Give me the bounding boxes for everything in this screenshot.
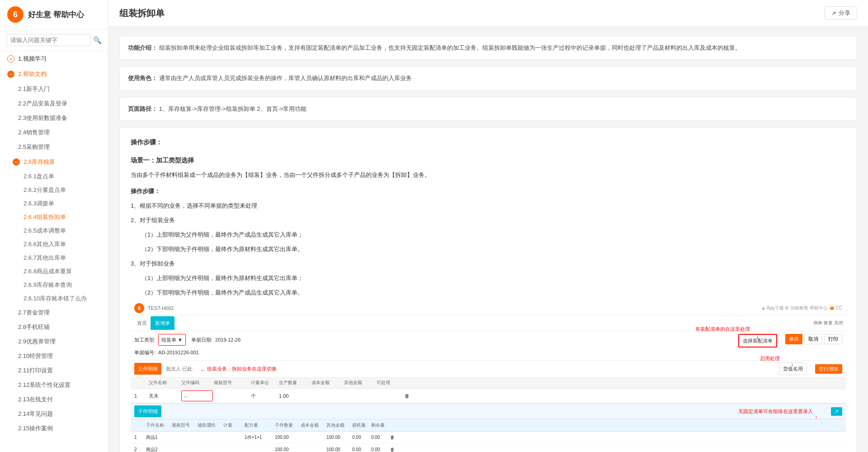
sidebar-item-purchase[interactable]: 2.5采购管理 xyxy=(0,140,108,154)
mock-date-value: 2019-12-26 xyxy=(215,335,241,345)
mock-annotation-area: 选择装配清单 有装配清单的在这里处理 ↓ xyxy=(738,334,777,347)
step3-2: （2）下部明细为子件明细，最终作为产成品生成其它入库单。 xyxy=(131,287,846,299)
share-button[interactable]: ↗ 分享 xyxy=(825,6,857,20)
logo-area: 6 好生意 帮助中心 xyxy=(0,0,108,29)
sidebar-item-cost[interactable]: 2.6.5成本调整单 xyxy=(0,224,108,238)
annotation4-text: 无固定清单可在组络在这里置录入 xyxy=(738,409,813,414)
sidebar-item-costcalc[interactable]: 2.6.8商品成本重算 xyxy=(0,265,108,278)
sidebar-label-videos: 1.视频学习 xyxy=(18,55,47,63)
ops-steps-title: 操作步骤： xyxy=(131,186,846,197)
share-label: 分享 xyxy=(839,9,850,17)
mock-no-value: AD-20191226-001 xyxy=(158,347,199,357)
main-content: 功能介绍： 组装拆卸单用来处理企业组装或拆卸等加工业务，支持有固定装配清单的产品… xyxy=(108,27,868,452)
sidebar-item-install[interactable]: 2.2产品安装及登录 xyxy=(0,96,108,111)
mock-screenshot: 6 TEST-H002 ▲ App下载 ⚙ 功能检查 帮助中心 🐱 CC 首页 … xyxy=(131,301,846,452)
sidebar-item-assembly[interactable]: 2.6.4组装拆卸单 xyxy=(0,210,108,224)
inventory-subitems: 2.6.1盘点单 2.6.2分量盘点单 2.6.3调拨单 2.6.4组装拆卸单 … xyxy=(0,170,108,305)
step2-2: （2）下部明细为子件明细，最终作为原材料生成其它出库单。 xyxy=(131,243,846,255)
sidebar-item-payment[interactable]: 2.13在线支付 xyxy=(0,392,108,407)
mock-upper-label: 父件明细 xyxy=(134,363,161,375)
sidebar-item-coupon[interactable]: 2.9优惠券管理 xyxy=(0,334,108,349)
mock-type-select: 组装单 ▼ xyxy=(158,334,186,346)
mock-upper-label-row: 父件明细 批次人 已处: 组装业务、拆卸业务在这里切换 ← 货值名用 xyxy=(131,361,846,377)
sidebar-item-cases[interactable]: 2.15操作案例 xyxy=(0,421,108,436)
mock-lower-label: 子件明细 xyxy=(134,405,161,417)
sidebar-item-partial[interactable]: 2.6.2分量盘点单 xyxy=(0,183,108,197)
role-text: 通常由生产人员或库管人员完成拆装业务的操作，库管人员确认原材料的出库和产成品的入… xyxy=(159,75,412,81)
annotation3-text: 启用处理 xyxy=(760,353,780,363)
sidebar-item-videos[interactable]: + 1.视频学习 xyxy=(0,51,108,67)
sidebar-label-docs: 2.帮助文档 xyxy=(18,70,47,78)
mock-lower-row2: 2 商品2 100.00 100.00 0.00 0.00 🗑 xyxy=(131,444,846,452)
sidebar-item-print[interactable]: 2.11打印设置 xyxy=(0,363,108,378)
annotation3-container: 货值名用 启用处理 ↓ xyxy=(779,362,807,375)
mock-date-label: 单据日期: xyxy=(191,335,212,345)
mock-company: TEST-H002 xyxy=(148,303,174,313)
sidebar-item-inventory[interactable]: − 2.6库存核算 xyxy=(0,154,108,170)
sidebar: 6 好生意 帮助中心 🔍 + 1.视频学习 − 2.帮助文档 2.1新手入门 2… xyxy=(0,0,108,452)
step1: 1、根据不同的业务，选择不同单据的类型来处理 xyxy=(131,200,846,212)
annotation3-arrow: ↓ xyxy=(791,359,793,370)
sidebar-item-query[interactable]: 2.6.9库存账本查询 xyxy=(0,278,108,292)
sidebar-item-out[interactable]: 2.6.7其他出库单 xyxy=(0,251,108,265)
share-icon: ↗ xyxy=(831,10,836,17)
annotation4-arrow: ↑ xyxy=(815,412,817,423)
annotation4-container: 无固定清单可在组络在这里置录入 ↑ xyxy=(738,406,813,416)
mock-lower-row1: 1 商品1 1件+1+1 100.00 100.00 0.00 0.00 🗑 xyxy=(131,432,846,444)
annotation2-text: 组装业务、拆卸业务在这里切换 xyxy=(207,366,277,371)
step3-1: （1）上部明细为父件明细，最终作为原材料生成其它出库单； xyxy=(131,272,846,284)
logo-text: 好生意 帮助中心 xyxy=(28,10,84,20)
expand-icon-docs: − xyxy=(7,71,14,78)
mock-lower-table: 子件名称 规格型号 辅助属性 计量 配方量 子件数量 成本金额 其他金额 损耗量… xyxy=(131,419,846,452)
mock-form-left: 加工类型: 组装单 ▼ 单据日期: 2019-12-26 单据编号: AD-20… xyxy=(134,334,241,357)
search-box: 🔍 xyxy=(0,29,108,51)
main-area: 组装拆卸单 ↗ 分享 功能介绍： 组装拆卸单用来处理企业组装或拆卸等加工业务，支… xyxy=(108,0,868,452)
sidebar-item-mobile[interactable]: 2.8手机旺辅 xyxy=(0,320,108,334)
mock-save-btn[interactable]: 保存 xyxy=(785,334,802,344)
mock-add-sub-row-btn[interactable]: ↗ xyxy=(831,407,842,416)
mock-action-btns: 保存 取消 打印 xyxy=(785,334,842,344)
sidebar-item-ops[interactable]: 2.10经营管理 xyxy=(0,349,108,363)
sidebar-item-finance[interactable]: 2.7资金管理 xyxy=(0,305,108,320)
scenario1-title: 场景一：加工类型选择 xyxy=(131,154,846,167)
mock-add-row-btn[interactable]: 空行增加 xyxy=(815,364,842,374)
expand-icon-videos: + xyxy=(7,55,14,62)
scenario1-desc: 当由多个子件材料组装成一个成品的业务为【组装】业务，当由一个父件拆分成多个子产品… xyxy=(131,169,846,181)
annotation2-container: 组装业务、拆卸业务在这里切换 ← xyxy=(207,364,277,374)
mock-lower-header: 子件名称 规格型号 辅助属性 计量 配方量 子件数量 成本金额 其他金额 损耗量… xyxy=(131,419,846,432)
mock-type-label: 加工类型: xyxy=(134,335,156,345)
sidebar-item-error[interactable]: 2.6.10库存账本错了么办 xyxy=(0,292,108,305)
path-text: 1、库存核算->库存管理->组装拆卸单 2、首页->常用功能 xyxy=(159,105,307,112)
sidebar-item-faq[interactable]: 2.14常见问题 xyxy=(0,407,108,421)
sidebar-item-settings[interactable]: 2.12系统个性化设置 xyxy=(0,378,108,392)
path-label: 页面路径： xyxy=(128,105,157,112)
nav-section: + 1.视频学习 − 2.帮助文档 2.1新手入门 2.2产品安装及登录 2.3… xyxy=(0,51,108,436)
intro-label: 功能介绍： xyxy=(128,44,157,51)
mock-app-header: 6 TEST-H002 ▲ App下载 ⚙ 功能检查 帮助中心 🐱 CC xyxy=(131,301,846,315)
mock-tab-active: 新增单 xyxy=(151,316,175,330)
mock-num-label: 批次人 已处: xyxy=(166,364,193,374)
sidebar-item-sales[interactable]: 2.4销售管理 xyxy=(0,125,108,140)
step2: 2、对于组装业务 xyxy=(131,214,846,226)
mock-upper-table: 父件名称 父件编码 规格型号 计量单位 生产数量 成本金额 其他金额 可处理 1 xyxy=(131,377,846,403)
mock-nav-home: 首页 xyxy=(133,316,151,330)
mock-lower-label-row: 子件明细 无固定清单可在组络在这里置录入 ↑ ↗ xyxy=(131,403,846,419)
sidebar-item-data[interactable]: 2.3使用前数据准备 xyxy=(0,111,108,125)
role-block: 使用角色： 通常由生产人员或库管人员完成拆装业务的操作，库管人员确认原材料的出库… xyxy=(119,66,857,90)
step3: 3、对于拆卸业务 xyxy=(131,258,846,270)
sidebar-item-adjust[interactable]: 2.6.3调拨单 xyxy=(0,197,108,210)
sidebar-item-docs[interactable]: − 2.帮助文档 xyxy=(0,67,108,82)
mock-no-row: 单据编号: AD-20191226-001 xyxy=(134,347,241,357)
search-input[interactable] xyxy=(6,34,90,46)
sidebar-item-newbie[interactable]: 2.1新手入门 xyxy=(0,82,108,96)
mock-print-btn[interactable]: 打印 xyxy=(824,334,842,344)
intro-text: 组装拆卸单用来处理企业组装或拆卸等加工业务，支持有固定装配清单的产品加工业务，也… xyxy=(159,44,741,51)
mock-cancel-btn[interactable]: 取消 xyxy=(804,334,822,344)
search-button[interactable]: 🔍 xyxy=(93,36,102,44)
sidebar-item-stocktake[interactable]: 2.6.1盘点单 xyxy=(0,170,108,183)
mock-cell-red: ... xyxy=(181,390,213,401)
mock-header-right: ▲ App下载 ⚙ 功能检查 帮助中心 🐱 CC xyxy=(761,304,842,313)
sidebar-item-in[interactable]: 2.6.6其他入库单 xyxy=(0,238,108,251)
step2-1: （1）上部明细为父件明细，最终作为产成品生成其它入库单； xyxy=(131,229,846,241)
mock-upper-table-header: 父件名称 父件编码 规格型号 计量单位 生产数量 成本金额 其他金额 可处理 xyxy=(131,377,846,389)
